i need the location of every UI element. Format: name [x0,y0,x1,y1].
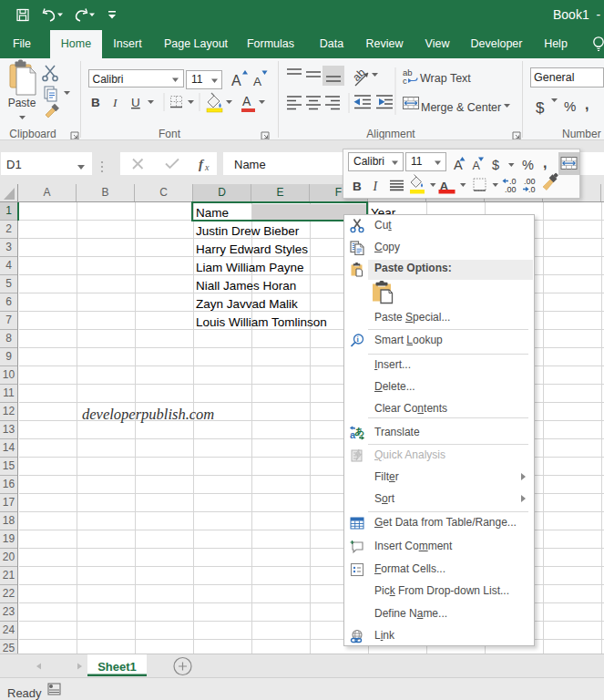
svg-text:,: , [585,97,589,112]
svg-text:$: $ [536,99,545,117]
svg-text:U: U [131,96,140,109]
svg-text:%: % [564,98,576,114]
svg-text:I: I [373,180,379,193]
svg-text:Number: Number [562,128,601,140]
svg-text:x: x [204,162,210,172]
svg-text:$: $ [492,158,499,172]
svg-text:Merge & Center: Merge & Center [421,101,501,114]
svg-text:,: , [543,155,547,170]
svg-text:i: i [357,335,360,344]
svg-text:%: % [522,158,534,172]
svg-text:B: B [91,96,100,109]
svg-text:Alignment: Alignment [366,128,415,140]
svg-text:.00: .00 [505,185,517,194]
svg-text:c: c [403,76,407,86]
svg-text:A: A [253,75,261,88]
svg-text:Font: Font [159,128,181,140]
svg-text:Sheet1: Sheet1 [97,660,137,674]
svg-text:.0: .0 [528,185,536,194]
svg-text:A: A [242,94,251,108]
svg-text:Paste: Paste [8,97,36,109]
svg-text:Clipboard: Clipboard [9,128,56,140]
svg-text:あ: あ [355,426,365,437]
svg-text:A: A [231,73,241,88]
svg-text:A: A [473,160,481,172]
svg-text:I: I [112,96,118,109]
svg-text:Wrap Text: Wrap Text [420,72,471,85]
svg-text:B: B [353,180,362,193]
svg-text:f: f [199,157,205,171]
